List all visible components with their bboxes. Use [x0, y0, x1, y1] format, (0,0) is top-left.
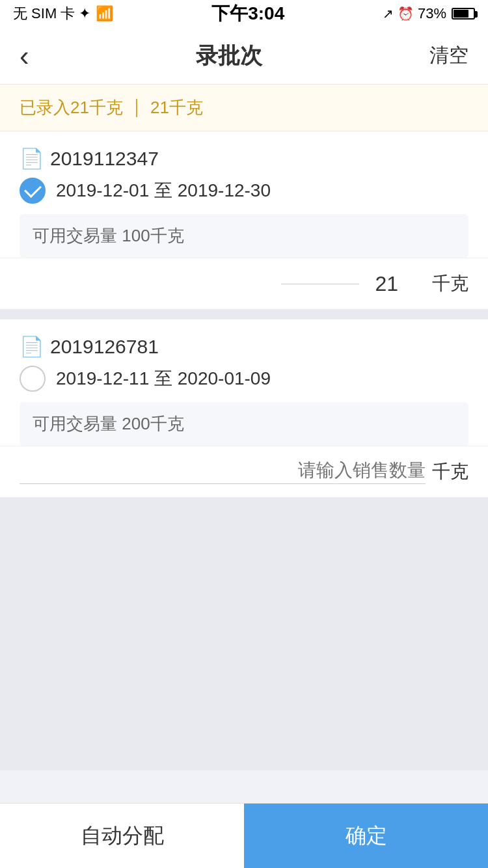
batch-1-date: 2019-12-01 至 2019-12-30 — [56, 178, 271, 203]
batch-1-unit: 千克 — [432, 271, 468, 296]
no-sim-text: 无 SIM 卡 ✦ — [13, 4, 90, 23]
batch-2-header: 📄 2019126781 — [20, 335, 468, 358]
batch-2-date: 2019-12-11 至 2020-01-09 — [56, 366, 271, 391]
status-right: ↗ ⏰ 73% — [383, 5, 475, 22]
status-time: 下午3:04 — [211, 1, 284, 26]
quantity-underline — [281, 284, 359, 284]
batch-card-1: 📄 2019112347 2019-12-01 至 2019-12-30 可用交… — [0, 131, 488, 258]
batch-2-unit: 千克 — [432, 459, 468, 484]
location-icon: ↗ — [383, 6, 394, 21]
recorded-label: 已录入21千克 — [20, 96, 123, 119]
section-separator — [0, 309, 488, 319]
bottom-bar: 自动分配 确定 — [0, 803, 488, 868]
batch-1-doc-icon: 📄 — [20, 147, 44, 170]
status-bar: 无 SIM 卡 ✦ 📶 下午3:04 ↗ ⏰ 73% — [0, 0, 488, 27]
auto-distribute-button[interactable]: 自动分配 — [0, 804, 244, 868]
confirm-button[interactable]: 确定 — [244, 804, 488, 868]
batch-1-header: 📄 2019112347 — [20, 147, 468, 170]
batch-1-available-text: 可用交易量 100千克 — [33, 226, 184, 245]
batch-2-available-text: 可用交易量 200千克 — [33, 414, 184, 433]
recorded-value: 21千克 — [150, 96, 203, 119]
alarm-icon: ⏰ — [398, 6, 414, 21]
batch-2-input-wrapper: 千克 — [20, 459, 468, 484]
batch-2-doc-icon: 📄 — [20, 335, 44, 358]
batch-2-radio[interactable] — [20, 366, 46, 392]
batch-1-quantity-row: 21 千克 — [0, 258, 488, 309]
batch-2-quantity-input[interactable] — [230, 460, 426, 481]
batch-1-date-row: 2019-12-01 至 2019-12-30 — [20, 178, 468, 204]
batch-2-date-row: 2019-12-11 至 2020-01-09 — [20, 366, 468, 392]
info-banner: 已录入21千克 21千克 — [0, 85, 488, 131]
status-left: 无 SIM 卡 ✦ 📶 — [13, 4, 113, 23]
gray-area — [0, 497, 488, 770]
page-title: 录批次 — [196, 41, 262, 71]
banner-divider — [136, 99, 137, 117]
batch-1-quantity-value: 21 — [375, 272, 398, 296]
back-button[interactable]: ‹ — [20, 40, 29, 72]
batch-1-id: 2019112347 — [50, 148, 159, 170]
nav-bar: ‹ 录批次 清空 — [0, 27, 488, 85]
wifi-icon: 📶 — [96, 5, 113, 22]
clear-button[interactable]: 清空 — [429, 42, 468, 69]
batch-1-radio[interactable] — [20, 178, 46, 204]
batch-2-available: 可用交易量 200千克 — [20, 402, 468, 446]
batch-2-input-row: 千克 — [0, 446, 488, 497]
battery-percent: 73% — [418, 5, 446, 22]
batch-card-2: 📄 2019126781 2019-12-11 至 2020-01-09 可用交… — [0, 319, 488, 446]
batch-2-id: 2019126781 — [50, 336, 159, 358]
battery-icon — [452, 8, 475, 20]
batch-1-available: 可用交易量 100千克 — [20, 214, 468, 258]
